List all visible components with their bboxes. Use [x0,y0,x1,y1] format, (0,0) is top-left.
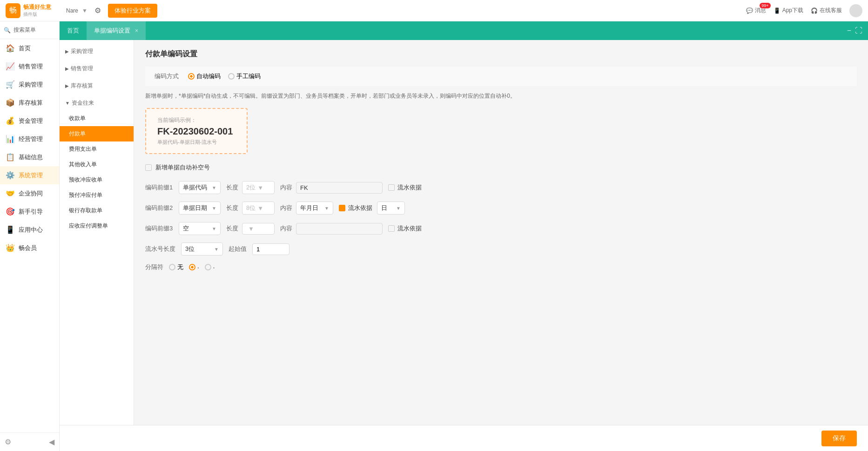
sub-nav-group-inventory: ▶ 库存核算 [60,78,134,94]
sub-nav-header-capital[interactable]: ▼ 资金往来 [60,95,134,111]
header-middle: Nare ▼ ⚙ 体验行业方案 [66,4,741,18]
sidebar-item-guide[interactable]: 🎯 新手引导 [0,202,59,221]
stream2-select[interactable]: 日 ▼ [377,202,405,215]
length1-select[interactable]: 2位 ▼ [242,181,275,194]
length3-select[interactable]: ▼ [242,223,275,235]
chevron-down-icon[interactable]: ▼ [82,7,87,14]
arrow-right-icon: ▶ [65,66,69,71]
dropdown-arrow-icon: ▼ [257,205,263,212]
prefix3-select[interactable]: 空 ▼ [179,222,221,235]
stream2-checkbox[interactable] [339,205,345,211]
separator-row: 分隔符 无 · · [145,263,857,271]
sub-nav-item-prepaid-offset[interactable]: 预收冲应收单 [60,172,134,188]
sidebar-item-member[interactable]: 👑 畅会员 [0,239,59,257]
sidebar-item-base[interactable]: 📋 基础信息 [0,148,59,166]
sub-nav-item-payment[interactable]: 付款单 [60,126,134,141]
sep-none-option[interactable]: 无 [169,263,183,271]
stream-cb-2: 流水依据 日 ▼ [339,202,405,215]
dropdown-arrow-icon: ▼ [257,184,263,191]
hint-text: 新增单据时，*单据编码*自动生成，不可编辑。前缀设置为部门、业务员等档案类，开单… [145,92,857,101]
encoding-radio-group: 自动编码 手工编码 [188,72,261,81]
sidebar-collapse-button[interactable]: ◀ [49,438,54,446]
online-service-button[interactable]: 🎧 在线客服 [811,7,842,14]
sub-nav-header-purchase[interactable]: ▶ 采购管理 [60,44,134,59]
message-button[interactable]: 💬 消息 99+ [746,7,766,14]
sep-dot2-option[interactable]: · [205,264,215,271]
sidebar-item-purchase[interactable]: 🛒 采购管理 [0,75,59,94]
sub-nav-item-bank[interactable]: 银行存取款单 [60,203,134,218]
dropdown-arrow-icon: ▼ [248,225,254,232]
dropdown-arrow-icon: ▼ [214,247,219,252]
sub-nav-item-adjustment[interactable]: 应收应付调整单 [60,218,134,234]
operations-icon: 📊 [6,135,15,143]
arrow-right-icon: ▶ [65,49,69,54]
content3-input[interactable] [296,223,383,235]
sidebar-item-appstore[interactable]: 📱 应用中心 [0,221,59,239]
auto-encode-option[interactable]: 自动编码 [188,72,221,81]
sub-nav-item-other-income[interactable]: 其他收入单 [60,157,134,172]
dropdown-arrow-icon: ▼ [324,206,329,211]
tab-right-actions: − ⛶ [847,27,868,35]
arrow-down-icon: ▼ [65,101,70,106]
manual-encode-radio[interactable] [228,73,235,80]
breadcrumb-text: Nare [66,7,78,14]
prefix-row-1: 编码前缀1 单据代码 ▼ 长度 2位 ▼ 内容 [145,181,857,194]
appstore-icon: 📱 [6,225,15,234]
sidebar-item-enterprise[interactable]: 🤝 企业协同 [0,184,59,202]
prefix2-select[interactable]: 单据日期 ▼ [179,202,221,215]
sidebar-item-operations[interactable]: 📊 经营管理 [0,130,59,148]
length2-select[interactable]: 8位 ▼ [242,202,275,215]
sidebar-item-finance[interactable]: 💰 资金管理 [0,112,59,130]
tab-home[interactable]: 首页 [60,21,87,40]
sidebar-bottom: ⚙ ◀ [0,432,59,451]
sidebar-item-home[interactable]: 🏠 首页 [0,39,59,57]
stream1-checkbox[interactable] [388,184,395,191]
tab-doc-encoding[interactable]: 单据编码设置 × [87,21,146,40]
sub-nav-item-expense[interactable]: 费用支出单 [60,141,134,157]
trial-button[interactable]: 体验行业方案 [108,4,157,18]
sidebar-settings-button[interactable]: ⚙ [5,438,11,446]
sep-dot-option[interactable]: · [189,264,199,271]
app-download-button[interactable]: 📱 App下载 [774,7,803,14]
manual-encode-option[interactable]: 手工编码 [228,72,261,81]
purchase-icon: 🛒 [6,80,15,89]
guide-icon: 🎯 [6,207,15,216]
stream-cb-1: 流水依据 [388,183,422,192]
avatar[interactable] [849,4,862,17]
logo-area: 畅 畅通好生意 插件版 [6,3,61,18]
sidebar-item-system[interactable]: ⚙️ 系统管理 [0,166,59,184]
headset-icon: 🎧 [811,7,818,14]
sep-dot2-radio[interactable] [205,264,211,270]
auto-encode-radio[interactable] [188,73,195,80]
prefix1-select[interactable]: 单据代码 ▼ [179,181,221,194]
length-field-3: 长度 ▼ [226,223,275,235]
sidebar-item-inventory[interactable]: 📦 库存核算 [0,94,59,112]
stream3-checkbox[interactable] [388,225,395,232]
sep-dot-radio[interactable] [189,264,195,270]
settings-button[interactable]: ⚙ [91,4,104,17]
sales-icon: 📈 [6,62,15,71]
message-icon: 💬 [746,7,753,14]
serial-length-select[interactable]: 3位 ▼ [181,242,223,256]
save-button[interactable]: 保存 [821,431,857,446]
tab-maximize-button[interactable]: ⛶ [855,27,862,35]
main-layout: 🔍 搜索菜单 🏠 首页 📈 销售管理 🛒 采购管理 📦 库存核算 💰 资金管理 … [0,21,868,451]
serial-row: 流水号长度 3位 ▼ 起始值 [145,242,857,256]
sub-nav-group-capital: ▼ 资金往来 收款单 付款单 费用支出单 其他收入单 预收冲应收单 预付冲应付单… [60,95,134,234]
sub-nav-item-receipt[interactable]: 收款单 [60,111,134,126]
bottom-bar: 保存 [60,425,868,451]
sub-nav-item-advance-offset[interactable]: 预付冲应付单 [60,188,134,203]
auto-fill-checkbox[interactable] [145,164,152,171]
sidebar-item-sales[interactable]: 📈 销售管理 [0,57,59,75]
search-menu[interactable]: 🔍 搜索菜单 [0,21,59,39]
tab-close-icon[interactable]: × [135,27,138,34]
tab-minimize-button[interactable]: − [847,27,851,35]
inventory-icon: 📦 [6,98,15,107]
content2-select[interactable]: 年月日 ▼ [296,202,333,215]
content-field-1: 内容 [280,182,383,194]
sep-none-radio[interactable] [169,264,175,270]
content1-input[interactable] [296,182,383,194]
start-value-input[interactable] [252,243,289,255]
sub-nav-header-inventory[interactable]: ▶ 库存核算 [60,78,134,94]
sub-nav-header-sales[interactable]: ▶ 销售管理 [60,61,134,76]
